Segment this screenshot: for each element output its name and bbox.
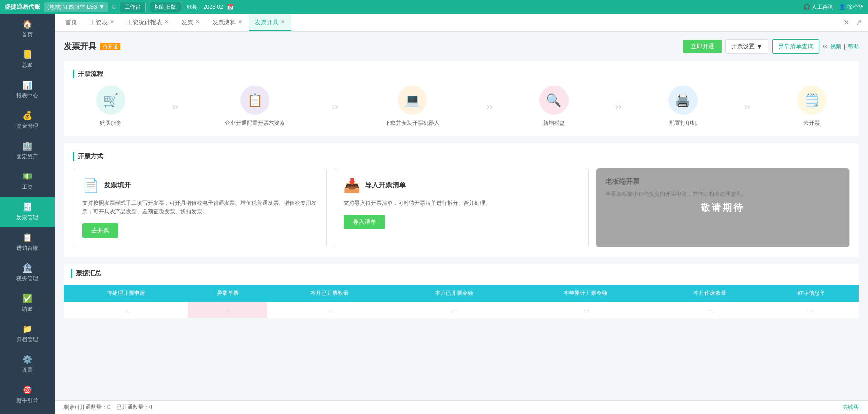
flow-arrow-2: ›› — [332, 101, 338, 111]
tab-home[interactable]: 首页 — [59, 14, 84, 31]
tab-salary-table[interactable]: 工资表 ✕ — [84, 14, 120, 31]
salary-icon: 💵 — [22, 172, 32, 182]
sidebar-label-invoice: 发票管理 — [16, 214, 38, 222]
flow-step-download[interactable]: 💻 下载并安装开票机器人 — [385, 86, 439, 127]
sidebar-item-invoice[interactable]: 🧾 发票管理 — [0, 197, 55, 227]
sidebar-item-archive[interactable]: 📁 归档管理 — [0, 318, 55, 349]
buy-service-icon: 🛒 — [96, 86, 125, 115]
headset-icon: 🎧 — [803, 4, 810, 10]
taxdisk-icon: 🔍 — [539, 86, 569, 115]
sidebar-label-archive: 归档管理 — [16, 336, 38, 343]
import-list-icon: 📥 — [344, 177, 360, 193]
help-text-link[interactable]: 帮助 — [848, 43, 859, 50]
billing-section: 开票方式 📄 发票填开 支持按照发票样式手工填写开发票；可开具增值税电子普通发票… — [64, 143, 859, 257]
tab-salary-stats[interactable]: 工资统计报表 ✕ — [120, 14, 175, 31]
flow-step-buy-label: 购买服务 — [100, 119, 122, 127]
sidebar-item-funds[interactable]: 💰 资金管理 — [0, 105, 55, 136]
flow-step-taxdisk[interactable]: 🔍 新增税盘 — [539, 86, 569, 127]
consultation-link[interactable]: 🎧 人工咨询 — [803, 3, 833, 11]
th-abnormal: 异常单票 — [188, 285, 267, 302]
sidebar: 🏠 首页 📒 总账 📊 报表中心 💰 资金管理 🏢 固定资产 💵 工资 🧾 发票… — [0, 14, 55, 414]
td-month-count: -- — [267, 302, 391, 318]
tab-invoice-tool[interactable]: 发票开具 ✕ — [249, 14, 291, 31]
import-list-button[interactable]: 导入清单 — [344, 215, 385, 229]
sidebar-label-funds: 资金管理 — [16, 122, 38, 130]
open-now-button[interactable]: 立即开通 — [683, 40, 722, 53]
sidebar-item-settlement[interactable]: ✅ 结账 — [0, 288, 55, 318]
flow-step-download-label: 下载并安装开票机器人 — [385, 119, 439, 127]
th-month-count: 本月已开票数量 — [267, 285, 391, 302]
home-icon: 🏠 — [22, 19, 32, 29]
sidebar-item-home[interactable]: 🏠 首页 — [0, 14, 55, 44]
workspace-button[interactable]: 工作台 — [120, 2, 146, 12]
tab-invoice[interactable]: 发票 ✕ — [175, 14, 206, 31]
flow-step-open-ticket[interactable]: 🗒️ 去开票 — [797, 86, 826, 127]
flow-arrow-4: ›› — [615, 101, 621, 111]
sidebar-item-settings[interactable]: ⚙️ 设置 — [0, 349, 55, 379]
summary-section-title: 票据汇总 — [71, 269, 852, 278]
old-terminal-overlay: 敬请期待 — [596, 168, 849, 247]
flow-arrow-1: ›› — [172, 101, 178, 111]
bottom-bar-info: 剩余可开通数量：0 已开通数量：0 — [64, 404, 152, 411]
sidebar-item-reports[interactable]: 📊 报表中心 — [0, 75, 55, 105]
sidebar-label-reports: 报表中心 — [16, 92, 38, 100]
switch-old-button[interactable]: 切到旧版 — [150, 2, 181, 12]
open-settings-button[interactable]: 开票设置 ▼ — [725, 39, 768, 54]
flow-step-buy[interactable]: 🛒 购买服务 — [96, 86, 125, 127]
flow-step-open-ticket-label: 去开票 — [803, 119, 820, 127]
sidebar-item-guide[interactable]: 🎯 新手引导 — [0, 379, 55, 410]
buy-link[interactable]: 去购买 — [843, 404, 859, 411]
sidebar-item-member[interactable]: 👑 畅会员 — [0, 410, 55, 414]
close-tab-icon[interactable]: ✕ — [842, 17, 851, 28]
tax-icon: 🏦 — [22, 263, 32, 273]
sidebar-item-assets[interactable]: 🏢 固定资产 — [0, 136, 55, 166]
user-menu[interactable]: 👤 徐泽华 — [839, 3, 863, 11]
go-open-ticket-button[interactable]: 去开票 — [82, 223, 118, 238]
open-ticket-icon: 🗒️ — [797, 86, 826, 115]
th-month-void: 本月作废数量 — [655, 285, 765, 302]
chevron-down-icon: ▼ — [99, 4, 105, 10]
page-header: 发票开具 待开通 立即开通 开票设置 ▼ 异常清单查询 ⊙ 视频 | 帮助 — [64, 39, 859, 54]
tabs-container: 首页 工资表 ✕ 工资统计报表 ✕ 发票 ✕ 发票测算 ✕ — [59, 14, 291, 31]
settings-icon: ⚙️ — [22, 354, 32, 364]
abnormal-query-button[interactable]: 异常清单查询 — [772, 39, 819, 54]
flow-arrow-5: ›› — [744, 101, 750, 111]
sidebar-item-salary[interactable]: 💵 工资 — [0, 166, 55, 197]
sidebar-label-home: 首页 — [22, 31, 33, 39]
summary-section: 票据汇总 待处理开票申请 异常单票 本月已开票数量 本月已开票金额 本年累计开票… — [64, 264, 859, 318]
tab-close-salary-stats[interactable]: ✕ — [165, 19, 169, 25]
sidebar-item-tax[interactable]: 🏦 税务管理 — [0, 257, 55, 288]
restore-tab-icon[interactable]: ⤢ — [854, 17, 863, 28]
tab-close-invoice-tool[interactable]: ✕ — [281, 19, 285, 25]
sidebar-label-tax: 税务管理 — [16, 275, 38, 283]
purchase-icon: 📋 — [22, 232, 32, 242]
sidebar-item-purchase[interactable]: 📋 进销台账 — [0, 227, 55, 257]
flow-arrow-3: ›› — [486, 101, 492, 111]
main-layout: 🏠 首页 📒 总账 📊 报表中心 💰 资金管理 🏢 固定资产 💵 工资 🧾 发票… — [0, 14, 868, 414]
flow-step-taxdisk-label: 新增税盘 — [543, 119, 565, 127]
help-video-link[interactable]: 视频 — [830, 43, 841, 50]
invoice-icon: 🧾 — [22, 202, 32, 212]
tab-close-salary-table[interactable]: ✕ — [110, 19, 114, 25]
tab-invoice-calc[interactable]: 发票测算 ✕ — [206, 14, 249, 31]
page-title-row: 发票开具 待开通 — [64, 41, 120, 52]
company-selector[interactable]: (勉励) 江西服室-LSS ▼ — [44, 2, 108, 12]
th-red-info: 红字信息单 — [764, 285, 859, 302]
th-month-amount: 本月已开票金额 — [392, 285, 516, 302]
tab-close-invoice[interactable]: ✕ — [195, 19, 200, 25]
sidebar-item-ledger[interactable]: 📒 总账 — [0, 44, 55, 75]
flow-step-printer[interactable]: 🖨️ 配置打印机 — [668, 86, 698, 127]
assets-icon: 🏢 — [22, 141, 32, 151]
open-settings-label: 开票设置 — [731, 42, 755, 50]
flow-step-config[interactable]: 📋 企业开通配置开票六要素 — [225, 86, 285, 127]
app-logo: 畅捷通易代账 — [5, 3, 40, 11]
sidebar-label-guide: 新手引导 — [16, 397, 38, 404]
calendar-icon[interactable]: 📅 — [227, 4, 234, 10]
flow-step-config-label: 企业开通配置开票六要素 — [225, 119, 285, 127]
copy-icon: ⧉ — [112, 4, 116, 10]
td-abnormal: -- — [188, 302, 267, 318]
top-bar-left: 畅捷通易代账 (勉励) 江西服室-LSS ▼ ⧉ 工作台 切到旧版 账期 202… — [5, 2, 234, 12]
opened-label: 已开通数量：0 — [116, 404, 152, 410]
tab-close-invoice-calc[interactable]: ✕ — [238, 19, 242, 25]
bottom-bar: 剩余可开通数量：0 已开通数量：0 去购买 — [55, 400, 868, 414]
